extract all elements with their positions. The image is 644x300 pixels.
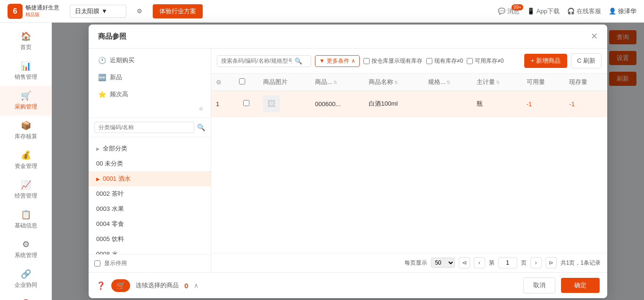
more-filters-button[interactable]: ▼ 更多条件 ∧ [315, 55, 360, 67]
row-checkbox[interactable] [234, 91, 258, 117]
modal-title: 商品参照 [98, 32, 126, 41]
category-drink[interactable]: 0005 饮料 [89, 232, 211, 247]
table-row[interactable]: 1 🖼 000600... 白酒100ml 瓶 [211, 91, 607, 117]
row-image: 🖼 [258, 91, 311, 117]
store-name: 日太阳膜 [75, 7, 99, 16]
category-drink-label: 0005 饮料 [96, 235, 124, 243]
category-all-label: 全部分类 [103, 144, 127, 153]
category-snack[interactable]: 0004 零食 [89, 217, 211, 232]
message-icon: 💬 [498, 8, 505, 15]
stock-nonzero-label: 现有库存≠0 [434, 57, 463, 65]
cart-count: 0 [184, 282, 188, 290]
page-total-text: 共1页，1条记录 [561, 259, 601, 267]
sidebar-item-guide[interactable]: 🎯 新手引导 [0, 294, 51, 300]
basic-icon: 📋 [21, 209, 31, 220]
page-next-btn[interactable]: › [530, 257, 542, 268]
category-wine[interactable]: ▶ 0001 酒水 [89, 171, 211, 186]
sidebar-item-purchase[interactable]: 🛒 采购管理 [0, 86, 51, 116]
show-disabled-checkbox[interactable] [94, 260, 100, 267]
category-fruit[interactable]: 0003 水果 [89, 201, 211, 217]
category-unclassified[interactable]: 00 未分类 [89, 156, 211, 171]
check-stock-nonzero[interactable]: 现有库存≠0 [426, 57, 463, 65]
row-stock: -1 [564, 91, 607, 117]
cart-select-area[interactable]: 🛒 [111, 279, 130, 292]
th-unit[interactable]: 主计量⇅ [472, 74, 522, 91]
select-all-checkbox[interactable] [239, 78, 245, 84]
username-label: 徐泽华 [618, 7, 636, 16]
page-last-btn[interactable]: ⊳ [545, 257, 557, 268]
avatar-icon: 👤 [609, 8, 616, 15]
sidebar-item-inventory[interactable]: 📦 库存核算 [0, 116, 51, 145]
warehouse-checkbox[interactable] [363, 58, 370, 64]
sidebar-item-collab[interactable]: 🔗 企业协同 [0, 264, 51, 294]
service-nav[interactable]: 🎧 在线客服 [567, 7, 601, 16]
collapse-panel-icon[interactable]: « [199, 104, 203, 112]
sidebar-item-basic[interactable]: 📋 基础信息 [0, 205, 51, 234]
per-page-select[interactable]: 50 10 20 100 [431, 258, 455, 268]
modal-header: 商品参照 ✕ [89, 25, 607, 49]
finance-icon: 💰 [21, 150, 31, 160]
logo-area: 6 畅捷通好生意 精品版 [8, 4, 64, 19]
category-tea[interactable]: 0002 茶叶 [89, 186, 211, 201]
quick-frequent[interactable]: ⭐ 频次高 [94, 87, 205, 101]
confirm-button[interactable]: 确定 [561, 278, 600, 293]
quick-new[interactable]: 🆕 新品 [94, 70, 205, 84]
help-icon[interactable]: ❓ [96, 281, 106, 290]
cart-icon: 🛒 [116, 281, 125, 290]
th-avail[interactable]: 可用量 [522, 74, 565, 91]
product-search-icon[interactable]: 🔍 [295, 58, 302, 65]
cancel-button[interactable]: 取消 [523, 277, 555, 293]
filter-chevron-icon: ∧ [351, 58, 355, 64]
th-spec[interactable]: 规格...⇅ [423, 74, 472, 91]
modal-footer: ❓ 🛒 连续选择的商品 0 ∧ 取消 确定 [89, 272, 607, 298]
th-name[interactable]: 商品名称⇅ [364, 74, 423, 91]
product-search-input[interactable] [221, 58, 292, 64]
page-unit: 页 [521, 259, 527, 267]
sidebar-item-system[interactable]: ⚙ 系统管理 [0, 234, 51, 264]
headset-icon: 🎧 [567, 8, 575, 15]
th-checkbox[interactable] [234, 74, 258, 91]
quick-recent[interactable]: 🕐 近期购买 [94, 53, 205, 67]
settings-icon[interactable]: ⚙ [132, 4, 147, 19]
content-area: 查询 设置 刷新 商品参照 ✕ 🕐 [52, 23, 644, 300]
expand-all-icon: ▶ [96, 146, 100, 151]
category-search-input[interactable] [94, 122, 194, 133]
show-disabled-label[interactable]: 显示停用 [104, 259, 127, 267]
clock-icon: 🕐 [98, 57, 106, 64]
page-prev-btn[interactable]: ‹ [474, 257, 485, 268]
refresh-button[interactable]: C 刷新 [571, 53, 602, 68]
sidebar-item-finance[interactable]: 💰 资金管理 [0, 145, 51, 175]
left-panel: 🕐 近期购买 🆕 新品 ⭐ 频次高 [89, 49, 211, 272]
home-icon: 🏠 [21, 31, 31, 42]
modal-close-button[interactable]: ✕ [591, 31, 598, 42]
category-water[interactable]: 0008 水 [89, 247, 211, 254]
check-avail-nonzero[interactable]: 可用库存≠0 [467, 57, 504, 65]
avail-nonzero-label: 可用库存≠0 [475, 57, 504, 65]
category-search-icon[interactable]: 🔍 [197, 124, 205, 131]
new-product-button[interactable]: + 新增商品 [524, 54, 567, 68]
expand-wine-icon: ▶ [96, 176, 100, 182]
avail-nonzero-checkbox[interactable] [467, 58, 473, 64]
trial-button[interactable]: 体验行业方案 [153, 4, 203, 18]
new-icon: 🆕 [98, 74, 106, 81]
product-table: ⚙ 商品图片 商品...⇅ 商品名称⇅ 规格...⇅ 主计量⇅ 可用量 现存量 [211, 74, 607, 117]
footer-collapse-icon[interactable]: ∧ [194, 282, 198, 289]
category-all[interactable]: ▶ 全部分类 [89, 141, 211, 156]
user-nav[interactable]: 👤 徐泽华 [609, 7, 636, 16]
message-nav[interactable]: 💬 消息 99+ [498, 7, 520, 16]
mobile-icon: 📱 [527, 8, 535, 15]
sidebar-item-sales[interactable]: 📊 销售管理 [0, 56, 51, 86]
page-first-btn[interactable]: ⊲ [459, 257, 470, 268]
table-settings-icon[interactable]: ⚙ [211, 74, 234, 91]
stock-nonzero-checkbox[interactable] [426, 58, 432, 64]
check-by-warehouse[interactable]: 按仓库显示现有库存 [363, 57, 422, 65]
th-code[interactable]: 商品...⇅ [310, 74, 364, 91]
sidebar-item-operation[interactable]: 📈 经营管理 [0, 175, 51, 205]
right-panel: 🔍 ▼ 更多条件 ∧ 按仓库显示现有库存 [211, 49, 607, 272]
app-download-nav[interactable]: 📱 App下载 [527, 7, 560, 16]
store-select[interactable]: 日太阳膜 ▼ [70, 5, 126, 18]
page-number-input[interactable] [498, 257, 517, 268]
sidebar-item-home[interactable]: 🏠 首页 [0, 26, 51, 56]
message-badge: 99+ [512, 4, 523, 10]
page-label: 第 [489, 259, 495, 267]
